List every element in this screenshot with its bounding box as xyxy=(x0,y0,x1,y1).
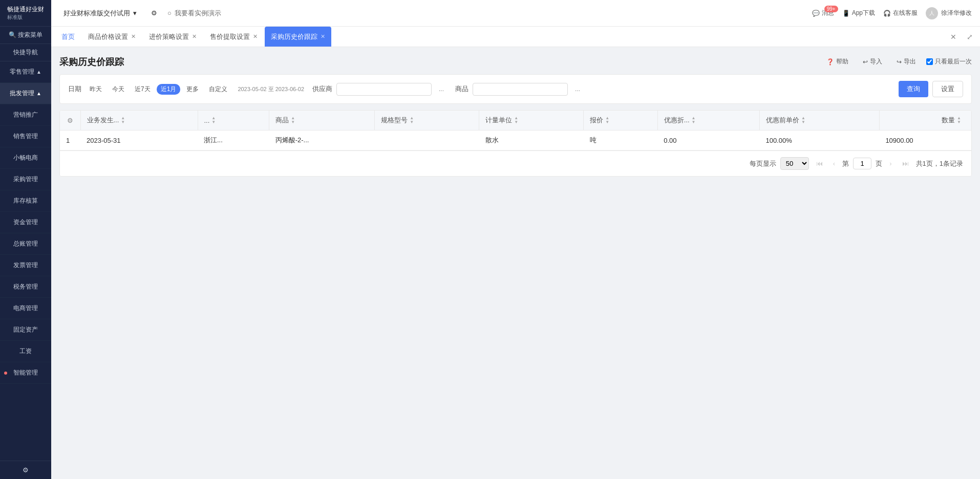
goods-input[interactable] xyxy=(473,83,568,96)
pagination-prev-btn[interactable]: ‹ xyxy=(830,159,838,168)
table-gear-icon[interactable]: ⚙ xyxy=(67,117,73,124)
demo-link[interactable]: ○ 我要看实例演示 xyxy=(167,9,221,18)
sidebar-item-finance[interactable]: 资金管理 xyxy=(0,212,51,233)
th-more1-sort-icons: ▲▼ xyxy=(211,116,216,124)
date-option-yesterday[interactable]: 昨天 xyxy=(86,84,106,95)
tab-goods-price[interactable]: 商品价格设置 ✕ xyxy=(82,27,142,47)
th-discount-sort[interactable]: 优惠折... ▲▼ xyxy=(664,116,696,125)
sidebar-item-smart[interactable]: 智能管理 xyxy=(0,362,51,384)
tab-cost-strategy-close-icon[interactable]: ✕ xyxy=(192,33,197,40)
sidebar-item-inventory[interactable]: 库存核算 xyxy=(0,190,51,212)
sidebar-item-payroll[interactable]: 工资 xyxy=(0,341,51,362)
export-btn[interactable]: ↪ 导出 xyxy=(892,55,920,68)
th-discount: 优惠折... ▲▼ xyxy=(657,111,759,130)
tab-close-window-btn[interactable]: ✕ xyxy=(947,32,960,42)
table-container: ⚙ 业务发生... ▲▼ ... ▲▼ xyxy=(59,110,972,177)
app-download-btn[interactable]: 📱 App下载 xyxy=(842,9,875,17)
messages-btn[interactable]: 💬 消息 99+ xyxy=(812,9,834,17)
th-more1-sort[interactable]: ... ▲▼ xyxy=(204,116,216,124)
sidebar-item-assets[interactable]: 固定资产 xyxy=(0,319,51,341)
sidebar-item-invoice[interactable]: 发票管理 xyxy=(0,255,51,276)
th-goods-sort[interactable]: 商品 ▲▼ xyxy=(275,116,295,125)
pagination-last-btn[interactable]: ⏭ xyxy=(899,159,912,168)
settings-btn-topbar[interactable]: ⚙ xyxy=(147,7,161,19)
sidebar-search[interactable]: 🔍 搜索菜单 xyxy=(0,27,51,44)
th-qty-sort[interactable]: 数量 ▲▼ xyxy=(942,116,961,125)
date-filter-group: 日期 昨天 今天 近7天 近1月 更多 自定义 2023-05-02 至 202… xyxy=(68,84,304,95)
sidebar-item-label-finance: 资金管理 xyxy=(13,218,38,227)
per-page-label: 每页显示 xyxy=(750,159,776,168)
date-option-7days[interactable]: 近7天 xyxy=(131,84,155,95)
tabbar: 首页 商品价格设置 ✕ 进价策略设置 ✕ 售价提取设置 ✕ 采购历史价跟踪 ✕ … xyxy=(51,27,980,47)
tab-price-extract-label: 售价提取设置 xyxy=(210,32,250,41)
query-btn[interactable]: 查询 xyxy=(899,81,928,97)
th-pre-price: 优惠前单价 ▲▼ xyxy=(759,111,879,130)
th-date-sort-icons: ▲▼ xyxy=(121,116,125,124)
sidebar-item-label-assets: 固定资产 xyxy=(13,325,38,334)
sidebar-item-sales[interactable]: 销售管理 xyxy=(0,126,51,147)
supplier-more-btn[interactable]: ... xyxy=(436,84,447,94)
sidebar-item-label-ecommerce: 电商管理 xyxy=(13,304,38,313)
sidebar-item-wholesale[interactable]: 批发管理 ▲ xyxy=(0,83,51,104)
th-spec-sort[interactable]: 规格型号 ▲▼ xyxy=(381,116,414,125)
tab-home[interactable]: 首页 xyxy=(55,27,81,47)
online-service-btn[interactable]: 🎧 在线客服 xyxy=(883,9,918,17)
sidebar-item-ecommerce-small[interactable]: 小畅电商 xyxy=(0,147,51,169)
date-option-1month[interactable]: 近1月 xyxy=(157,84,181,95)
sidebar-quick-nav[interactable]: 快捷导航 xyxy=(0,44,51,61)
only-last-checkbox-group[interactable]: 只看最后一次 xyxy=(926,57,972,66)
tab-purchase-history[interactable]: 采购历史价跟踪 ✕ xyxy=(265,27,331,47)
tab-price-extract[interactable]: 售价提取设置 ✕ xyxy=(204,27,264,47)
goods-filter-label: 商品 xyxy=(455,84,468,94)
th-unit-sort[interactable]: 计量单位 ▲▼ xyxy=(485,116,518,125)
logo-text-line1: 畅捷通好业财 xyxy=(7,5,44,14)
import-btn[interactable]: ↩ 导入 xyxy=(859,55,886,68)
sidebar-item-marketing[interactable]: 营销推广 xyxy=(0,104,51,126)
cell-discount: 100.00% xyxy=(759,130,879,150)
cell-no: 1 xyxy=(60,130,80,150)
import-label: 导入 xyxy=(870,57,882,66)
sidebar-item-purchase[interactable]: 采购管理 xyxy=(0,169,51,190)
sidebar-item-label-ledger: 总账管理 xyxy=(13,239,38,248)
date-option-today[interactable]: 今天 xyxy=(108,84,129,95)
tab-purchase-history-close-icon[interactable]: ✕ xyxy=(321,33,325,40)
product-select[interactable]: 好业财标准版交付试用 ▾ xyxy=(59,7,141,20)
page-input[interactable] xyxy=(853,158,871,169)
messages-badge: 99+ xyxy=(824,6,838,12)
supplier-input[interactable] xyxy=(336,83,432,96)
cell-price-unit: 吨 xyxy=(584,130,657,150)
export-icon: ↪ xyxy=(897,58,902,66)
only-last-checkbox[interactable] xyxy=(926,58,933,65)
sidebar-item-label-smart: 智能管理 xyxy=(13,368,38,377)
pagination-first-btn[interactable]: ⏮ xyxy=(813,159,826,168)
page-prefix-label: 第 xyxy=(842,159,849,168)
pagination-next-btn[interactable]: › xyxy=(886,159,894,168)
goods-more-btn[interactable]: ... xyxy=(572,84,583,94)
page-actions: ❓ 帮助 ↩ 导入 ↪ 导出 只看最后一次 xyxy=(822,55,972,68)
user-menu[interactable]: 人 徐泽华修改 xyxy=(926,7,972,19)
product-name: 好业财标准版交付试用 xyxy=(63,9,130,18)
help-icon: ❓ xyxy=(826,58,834,66)
demo-text: 我要看实例演示 xyxy=(175,9,221,18)
sidebar-item-ledger[interactable]: 总账管理 xyxy=(0,233,51,255)
sidebar-item-tax[interactable]: 税务管理 xyxy=(0,276,51,298)
sidebar-settings[interactable]: ⚙ xyxy=(0,461,51,479)
th-price-sort[interactable]: 报价 ▲▼ xyxy=(590,116,609,125)
tab-goods-price-close-icon[interactable]: ✕ xyxy=(131,33,136,40)
tab-cost-strategy[interactable]: 进价策略设置 ✕ xyxy=(143,27,203,47)
date-option-more[interactable]: 更多 xyxy=(182,84,203,95)
th-date-sort[interactable]: 业务发生... ▲▼ xyxy=(87,116,125,125)
cell-quoted-price: 0.00 xyxy=(657,130,759,150)
tab-maximize-btn[interactable]: ⤢ xyxy=(964,32,976,42)
date-option-custom[interactable]: 自定义 xyxy=(205,84,231,95)
topbar: 好业财标准版交付试用 ▾ ⚙ ○ 我要看实例演示 💬 消息 99+ 📱 App下… xyxy=(51,0,980,27)
settings-filter-btn[interactable]: 设置 xyxy=(932,81,963,97)
help-btn[interactable]: ❓ 帮助 xyxy=(822,55,853,68)
th-pre-price-sort[interactable]: 优惠前单价 ▲▼ xyxy=(766,116,805,125)
sidebar-item-label-sales: 销售管理 xyxy=(13,132,38,141)
sidebar-item-retail[interactable]: 零售管理 ▲ xyxy=(0,61,51,83)
tab-price-extract-close-icon[interactable]: ✕ xyxy=(253,33,258,40)
message-icon: 💬 xyxy=(812,10,820,17)
sidebar-item-ecommerce[interactable]: 电商管理 xyxy=(0,298,51,319)
per-page-select[interactable]: 20 50 100 200 xyxy=(780,157,809,170)
